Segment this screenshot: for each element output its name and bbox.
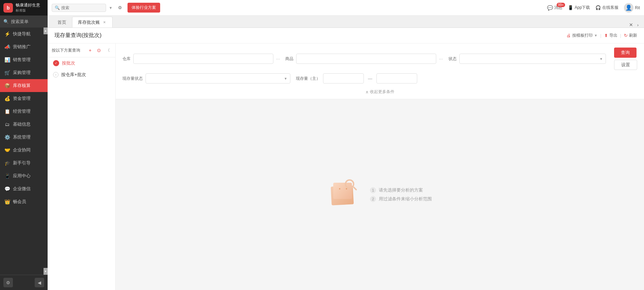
query-button[interactable]: 查询 bbox=[614, 48, 637, 58]
face-eye-right bbox=[346, 188, 347, 189]
main-layout: 按以下方案查询 + ⊙ 《 ✓ 按批次 bbox=[48, 43, 644, 290]
stock-status-select[interactable]: ▼ bbox=[146, 73, 290, 84]
sidebar-item-label: 营销推广 bbox=[13, 44, 31, 50]
topbar-search-icon: 🔍 bbox=[55, 5, 60, 10]
sidebar-item-sales[interactable]: 📊 销售管理 bbox=[0, 53, 48, 66]
tip-number-2: 2 bbox=[370, 196, 376, 202]
product-more-icon[interactable]: ··· bbox=[439, 56, 443, 61]
export-button[interactable]: ⬆ 导出 bbox=[604, 33, 617, 38]
app-download-button[interactable]: 📱 App下载 bbox=[568, 5, 590, 11]
scheme-item-batch[interactable]: ✓ 按批次 bbox=[48, 57, 115, 69]
settings-button[interactable]: ⚙ bbox=[3, 278, 13, 287]
sidebar-item-system[interactable]: ⚙️ 系统管理 bbox=[0, 131, 48, 144]
filter-status: 状态 ▼ bbox=[448, 54, 606, 64]
download-icon: 📱 bbox=[568, 5, 573, 10]
scheme-batch-label: 按批次 bbox=[62, 60, 75, 66]
sidebar-item-apps[interactable]: 📱 应用中心 bbox=[0, 169, 48, 182]
tab-inventory-batch[interactable]: 库存批次账 ✕ bbox=[72, 17, 113, 28]
refresh-icon: ↻ bbox=[624, 33, 628, 38]
illustration-magnifier-handle bbox=[353, 186, 357, 191]
left-panel-header: 按以下方案查询 + ⊙ 《 bbox=[48, 43, 115, 57]
inventory-icon: 📦 bbox=[4, 83, 10, 89]
user-menu[interactable]: 👤 Rit bbox=[624, 3, 640, 13]
quick-nav-icon: ⚡ bbox=[4, 31, 10, 37]
warehouse-more-icon[interactable]: ··· bbox=[276, 56, 280, 61]
left-panel-actions: + ⊙ 《 bbox=[87, 47, 111, 54]
operations-icon: 📋 bbox=[4, 108, 10, 114]
warehouse-input[interactable] bbox=[133, 54, 273, 64]
experience-industry-button[interactable]: 体验行业方案 bbox=[128, 3, 160, 13]
collapse-more-button[interactable]: ∧ 收起更多条件 bbox=[122, 87, 637, 95]
sidebar-scroll-up[interactable]: ▲ bbox=[44, 28, 48, 34]
tab-close-button[interactable]: ✕ bbox=[102, 20, 107, 25]
topbar-search-box[interactable]: 🔍 bbox=[52, 4, 106, 12]
panel-more-button[interactable]: › bbox=[636, 22, 640, 28]
add-scheme-button[interactable]: + bbox=[87, 47, 94, 54]
sidebar-item-member[interactable]: 👑 畅会员 bbox=[0, 195, 48, 208]
separator1: | bbox=[600, 33, 601, 38]
collapse-icon: 《 bbox=[106, 48, 110, 53]
product-input[interactable] bbox=[296, 54, 436, 64]
online-service-button[interactable]: 🎧 在线客服 bbox=[595, 5, 618, 11]
sidebar-item-inventory[interactable]: 📦 库存核算 bbox=[0, 79, 48, 92]
filter-actions: 查询 设置 bbox=[614, 48, 637, 70]
sidebar-scroll-down[interactable]: ▼ bbox=[44, 268, 48, 275]
scheme-item-warehouse-batch[interactable]: ○ 按仓库+批次 bbox=[48, 69, 115, 80]
topbar-settings-button[interactable]: ⚙ bbox=[115, 3, 125, 13]
sidebar-item-marketing[interactable]: 📣 营销推广 bbox=[0, 40, 48, 53]
sidebar-item-newbie[interactable]: 🎓 新手引导 bbox=[0, 157, 48, 169]
filter-settings-button[interactable]: 设置 bbox=[614, 60, 637, 70]
message-button[interactable]: 💬 消息 99+ bbox=[547, 5, 562, 11]
separator2: | bbox=[620, 33, 621, 38]
export-label: 导出 bbox=[609, 33, 617, 38]
tip-text-1: 请先选择要分析的方案 bbox=[379, 187, 423, 193]
sidebar-item-label: 畅会员 bbox=[13, 199, 26, 205]
chevron-down-icon: ▼ bbox=[109, 6, 113, 10]
filter-warehouse: 仓库 ··· bbox=[122, 54, 280, 64]
dropdown-arrow[interactable]: ▼ bbox=[109, 6, 113, 10]
topbar-right: 💬 消息 99+ 📱 App下载 🎧 在线客服 👤 Rit bbox=[547, 3, 640, 13]
sidebar-item-label: 企业协同 bbox=[13, 147, 31, 153]
sidebar-item-label: 快捷导航 bbox=[13, 31, 31, 37]
chevron-up-icon: ∧ bbox=[366, 90, 369, 94]
product-label: 商品 bbox=[285, 56, 293, 62]
online-service-label: 在线客服 bbox=[602, 5, 618, 11]
sidebar-item-label: 销售管理 bbox=[13, 57, 31, 63]
sidebar-search-item[interactable]: 🔍 搜索菜单 bbox=[0, 16, 48, 28]
tab-home[interactable]: 首页 bbox=[52, 17, 72, 28]
gear-icon: ⚙ bbox=[118, 5, 122, 10]
close-panel-button[interactable]: ✕ bbox=[626, 22, 636, 28]
print-button[interactable]: 🖨 按模板打印 ▼ bbox=[566, 33, 597, 38]
sidebar-nav: ⚡ 快捷导航 📣 营销推广 📊 销售管理 🛒 采购管理 📦 库存核算 💰 bbox=[0, 28, 48, 208]
empty-tip-2: 2 用过滤条件来缩小分析范围 bbox=[370, 196, 432, 202]
collapse-left-panel-button[interactable]: 《 bbox=[104, 47, 111, 54]
sidebar-item-enterprise[interactable]: 🤝 企业协同 bbox=[0, 144, 48, 157]
stock-amount-max-input[interactable] bbox=[376, 73, 417, 84]
filter-row-1: 仓库 ··· 商品 ··· 状态 bbox=[122, 48, 637, 70]
empty-tip-1: 1 请先选择要分析的方案 bbox=[370, 187, 432, 193]
stock-status-label: 现存量状态 bbox=[122, 76, 143, 81]
sidebar-item-purchase[interactable]: 🛒 采购管理 bbox=[0, 66, 48, 79]
filter-stock-amount: 现存量（主） — bbox=[296, 73, 464, 84]
app-download-label: App下载 bbox=[575, 5, 590, 11]
status-select[interactable]: ▼ bbox=[459, 54, 606, 64]
topbar-search-input[interactable] bbox=[61, 5, 95, 10]
scheme-settings-button[interactable]: ⊙ bbox=[96, 47, 102, 54]
collapse-sidebar-button[interactable]: ◀ bbox=[35, 278, 44, 287]
filter-product: 商品 ··· bbox=[285, 54, 443, 64]
sidebar-item-quick-nav[interactable]: ⚡ 快捷导航 bbox=[0, 28, 48, 40]
sidebar-item-finance[interactable]: 💰 资金管理 bbox=[0, 92, 48, 105]
sidebar-item-label: 库存核算 bbox=[13, 83, 31, 89]
marketing-icon: 📣 bbox=[4, 44, 10, 50]
refresh-button[interactable]: ↻ 刷新 bbox=[624, 33, 637, 38]
close-icon: ✕ bbox=[629, 22, 633, 28]
refresh-label: 刷新 bbox=[629, 33, 637, 38]
scheme-warehouse-batch-label: 按仓库+批次 bbox=[61, 72, 86, 78]
stock-amount-min-input[interactable] bbox=[323, 73, 364, 84]
user-avatar: 👤 bbox=[624, 3, 633, 13]
batch-active-icon: ✓ bbox=[53, 60, 59, 66]
sidebar-item-basic[interactable]: 🗂 基础信息 bbox=[0, 118, 48, 131]
sidebar-item-wechat[interactable]: 💬 企业微信 bbox=[0, 182, 48, 195]
empty-tips: 1 请先选择要分析的方案 2 用过滤条件来缩小分析范围 bbox=[370, 187, 432, 202]
sidebar-item-operations[interactable]: 📋 经营管理 bbox=[0, 105, 48, 118]
